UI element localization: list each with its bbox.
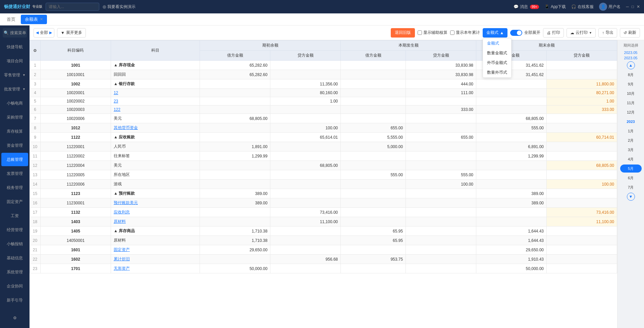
account-name-cell[interactable]: 12 bbox=[111, 89, 200, 97]
demo-btn[interactable]: ◎ 我要看实例演示 bbox=[103, 4, 136, 10]
account-name-cell[interactable]: 原材料 bbox=[111, 217, 200, 226]
sidebar-item-operations[interactable]: 经营管理 bbox=[1, 223, 28, 237]
period-up-nav[interactable]: ▲ bbox=[627, 61, 635, 69]
sidebar-item-purchase[interactable]: 采购管理 bbox=[1, 111, 28, 124]
nav-next-icon[interactable]: ▶ bbox=[49, 30, 52, 35]
amount-cell bbox=[270, 70, 341, 79]
download-btn[interactable]: 📱 App下载 bbox=[544, 4, 566, 10]
settings-col-header[interactable]: ⚙ bbox=[30, 41, 41, 61]
service-btn[interactable]: 🎧 在线客服 bbox=[571, 4, 594, 10]
toolbar: ◀ 全部 ▶ ▼ 展开更多 退回旧版 显示辅助核算 显示本年累计 金额式 bbox=[30, 25, 644, 40]
back-to-old-btn[interactable]: 退回旧版 bbox=[391, 28, 415, 38]
period-oct[interactable]: 10月 bbox=[620, 89, 642, 97]
sidebar-item-settings[interactable]: ⚙ bbox=[1, 311, 28, 325]
sidebar-item-cooperation[interactable]: 企业协同 bbox=[1, 279, 28, 293]
period-aug[interactable]: 8月 bbox=[620, 71, 642, 79]
tab-balance[interactable]: 余额表 ✕ bbox=[21, 15, 47, 24]
sidebar-item-basic[interactable]: 基础信息 bbox=[1, 251, 28, 265]
sidebar-item-ledger[interactable]: 总账管理 bbox=[1, 153, 28, 166]
period-feb[interactable]: 2月 bbox=[620, 136, 642, 144]
sidebar-item-inventory[interactable]: 库存核算 bbox=[1, 125, 28, 138]
row-num: 21 bbox=[30, 245, 41, 255]
sidebar-item-payroll[interactable]: 工资 bbox=[1, 209, 28, 222]
amount-cell bbox=[406, 97, 476, 106]
amount-cell: 444.00 bbox=[406, 79, 476, 89]
show-assist-check[interactable]: 显示辅助核算 bbox=[418, 30, 447, 36]
show-ytd-check[interactable]: 显示本年累计 bbox=[450, 30, 480, 36]
sidebar-item-wholesale[interactable]: 批发管理 ▼ bbox=[1, 82, 28, 96]
expand-all-toggle[interactable] bbox=[510, 30, 522, 36]
format-btn[interactable]: 金额式 ▲ bbox=[483, 28, 507, 38]
nav-prev-icon[interactable]: ◀ bbox=[36, 30, 39, 35]
format-option-qty-foreign[interactable]: 数量外币式 bbox=[483, 68, 511, 77]
print-btn[interactable]: 🖨 打印 bbox=[543, 28, 564, 38]
amount-cell: 1,891.00 bbox=[200, 142, 270, 151]
period-sep[interactable]: 9月 bbox=[620, 80, 642, 88]
search-box[interactable]: ◀ 全部 ▶ bbox=[34, 28, 54, 38]
refresh-btn[interactable]: ↺ 刷新 bbox=[620, 28, 640, 38]
amount-cell bbox=[406, 236, 476, 245]
tab-home[interactable]: 首页 bbox=[3, 15, 19, 24]
period-down-nav[interactable]: ▼ bbox=[627, 193, 635, 201]
account-name-cell[interactable]: 其他货币资金 bbox=[111, 123, 200, 133]
account-name-cell[interactable]: 无形资产 bbox=[111, 264, 200, 273]
sidebar-item-project[interactable]: 项目合同 bbox=[1, 54, 28, 68]
period-mar[interactable]: 3月 bbox=[620, 146, 642, 154]
amount-cell bbox=[200, 97, 270, 106]
period-2023[interactable]: 2023 bbox=[620, 118, 642, 126]
sidebar-item-capital[interactable]: 资金管理 bbox=[1, 139, 28, 152]
show-assist-checkbox[interactable] bbox=[418, 30, 422, 35]
tab-bar: 首页 余额表 ✕ bbox=[0, 13, 644, 25]
sidebar-item-retail[interactable]: 零售管理 ▼ bbox=[1, 68, 28, 82]
sidebar-search[interactable]: 🔍 搜索菜单 bbox=[3, 28, 27, 38]
account-name-cell[interactable]: 应收利息 bbox=[111, 208, 200, 217]
sidebar-item-system[interactable]: 系统管理 bbox=[1, 265, 28, 279]
amount-cell: 60,714.01 bbox=[546, 133, 617, 142]
amount-cell: 29,650.00 bbox=[476, 245, 547, 255]
amount-cell bbox=[406, 123, 476, 133]
table-row: 2014050001原材料1,710.3865.951,644.43 bbox=[30, 236, 617, 245]
sidebar-item-tax[interactable]: 税务管理 bbox=[1, 181, 28, 194]
account-name-cell: 美元 bbox=[111, 161, 200, 170]
cloud-print-btn[interactable]: ☁ 云打印 ▼ bbox=[567, 28, 596, 38]
account-name-cell[interactable]: 累计折旧 bbox=[111, 255, 200, 264]
user-btn[interactable]: 👤 用户名 bbox=[599, 3, 621, 11]
period-dec[interactable]: 12月 bbox=[620, 108, 642, 116]
period-jan[interactable]: 1月 bbox=[620, 127, 642, 135]
period-nov[interactable]: 11月 bbox=[620, 99, 642, 107]
account-name-cell[interactable]: 23 bbox=[111, 97, 200, 106]
export-btn[interactable]: ↑ 导出 bbox=[598, 28, 617, 38]
row-num: 5 bbox=[30, 97, 41, 106]
sidebar-item-sales[interactable]: 小畅报销 bbox=[1, 237, 28, 251]
period-jul[interactable]: 7月 bbox=[620, 183, 642, 191]
message-btn[interactable]: 💬 消息 99+ bbox=[514, 4, 539, 10]
format-option-foreign-amount[interactable]: 外币金额式 bbox=[483, 58, 511, 68]
row-num: 16 bbox=[30, 198, 41, 208]
period-jun[interactable]: 6月 bbox=[620, 174, 642, 182]
amount-cell bbox=[546, 264, 617, 273]
account-name-cell[interactable]: 固定资产 bbox=[111, 245, 200, 255]
close-btn[interactable]: ✕ bbox=[637, 4, 640, 9]
account-name-cell[interactable]: 122 bbox=[111, 106, 200, 114]
sidebar-item-fixed[interactable]: 固定资产 bbox=[1, 195, 28, 208]
sidebar-item-guide[interactable]: 新手引导 bbox=[1, 293, 28, 307]
account-name-cell[interactable]: 预付账款美元 bbox=[111, 198, 200, 208]
chevron-down-icon: ▼ bbox=[22, 73, 25, 77]
amount-cell: 33,830.98 bbox=[406, 61, 476, 70]
show-ytd-checkbox[interactable] bbox=[450, 30, 454, 35]
sidebar-item-ecommerce[interactable]: 小畅电商 bbox=[1, 96, 28, 110]
tab-close-icon[interactable]: ✕ bbox=[40, 17, 43, 21]
sidebar-item-quick-nav[interactable]: 快捷导航 bbox=[1, 40, 28, 54]
format-option-qty-amount[interactable]: 数量金额式 bbox=[483, 48, 511, 58]
account-code-cell: 10020003 bbox=[41, 106, 111, 114]
period-apr[interactable]: 4月 bbox=[620, 155, 642, 163]
expand-more-btn[interactable]: ▼ 展开更多 bbox=[57, 28, 86, 38]
amount-cell bbox=[546, 189, 617, 198]
top-search-input[interactable] bbox=[46, 3, 99, 11]
format-option-amount[interactable]: 金额式 bbox=[483, 39, 511, 48]
app-edition: 专业版 bbox=[32, 4, 42, 9]
maximize-btn[interactable]: □ bbox=[632, 4, 634, 9]
sidebar-item-invoice[interactable]: 发票管理 bbox=[1, 167, 28, 180]
minimize-btn[interactable]: ─ bbox=[626, 4, 629, 9]
period-may[interactable]: 5月 bbox=[620, 165, 642, 173]
